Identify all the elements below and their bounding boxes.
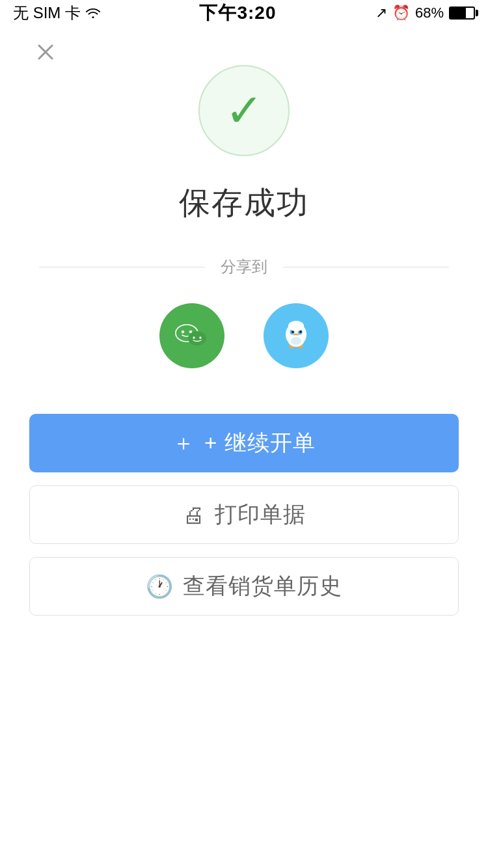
- close-button[interactable]: [29, 36, 62, 68]
- print-icon: 🖨: [183, 502, 206, 528]
- plus-icon: ＋: [172, 428, 195, 458]
- wechat-icon: [172, 316, 211, 355]
- share-wechat-button[interactable]: [159, 303, 224, 368]
- status-left: 无 SIM 卡: [13, 3, 100, 23]
- success-circle: ✓: [198, 65, 290, 156]
- svg-point-20: [291, 337, 301, 345]
- share-icons: [159, 303, 329, 368]
- status-time: 下午3:20: [199, 1, 276, 25]
- action-buttons: ＋ + 继续开单 🖨 打印单据 🕐 查看销货单历史: [29, 414, 459, 616]
- svg-point-15: [299, 331, 302, 333]
- svg-point-8: [193, 336, 195, 338]
- checkmark-icon: ✓: [225, 88, 264, 133]
- alarm-icon: ⏰: [392, 5, 410, 21]
- share-qq-button[interactable]: [264, 303, 329, 368]
- share-divider: 分享到: [0, 256, 488, 277]
- success-title: 保存成功: [179, 182, 309, 224]
- qq-icon: [277, 316, 316, 355]
- sim-status: 无 SIM 卡: [13, 3, 81, 23]
- divider-line-left: [39, 267, 205, 267]
- svg-point-7: [188, 331, 206, 346]
- battery-icon: [449, 7, 475, 20]
- main-content: ✓ 保存成功 分享到: [0, 26, 488, 616]
- wifi-icon: [86, 8, 100, 18]
- print-button[interactable]: 🖨 打印单据: [29, 485, 459, 544]
- divider-line-right: [283, 267, 449, 267]
- clock-icon: 🕐: [146, 573, 174, 599]
- history-button[interactable]: 🕐 查看销货单历史: [29, 557, 459, 616]
- history-label: 查看销货单历史: [183, 571, 342, 601]
- battery-percent: 68%: [415, 5, 444, 21]
- location-icon: ↗: [375, 5, 387, 21]
- svg-point-9: [199, 336, 201, 338]
- continue-order-label: + 继续开单: [204, 428, 316, 458]
- share-label: 分享到: [205, 256, 283, 277]
- svg-point-21: [288, 321, 304, 331]
- status-bar: 无 SIM 卡 下午3:20 ↗ ⏰ 68%: [0, 0, 488, 26]
- continue-order-button[interactable]: ＋ + 继续开单: [29, 414, 459, 472]
- svg-point-5: [182, 331, 184, 333]
- status-right: ↗ ⏰ 68%: [375, 5, 475, 21]
- print-label: 打印单据: [215, 500, 306, 530]
